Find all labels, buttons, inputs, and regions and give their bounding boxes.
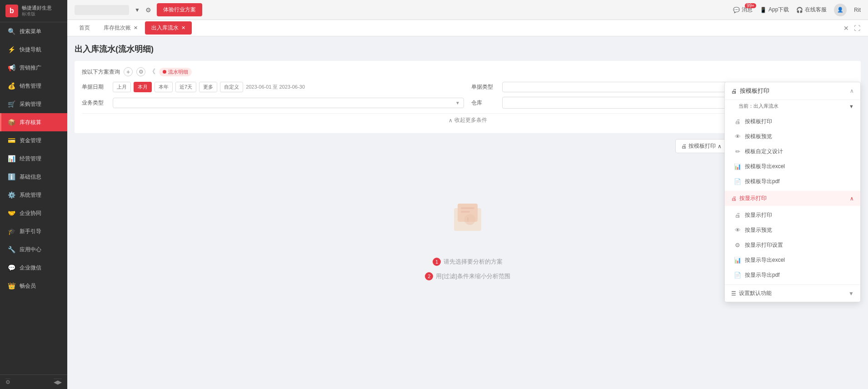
sidebar-item-search[interactable]: 🔍 搜索菜单 xyxy=(0,22,67,40)
default-icon: ☰ xyxy=(731,290,736,297)
svg-text:!: ! xyxy=(467,217,469,223)
topbar: ▼ ⚙ 体验行业方案 💬 消息 99+ 📱 App下载 🎧 在线客服 👤 Rit xyxy=(67,0,868,20)
preview-icon: 👁 xyxy=(734,133,741,140)
display-preview-item[interactable]: 👁 按显示预览 xyxy=(725,223,860,238)
biz-type-select[interactable]: ▼ xyxy=(113,98,464,108)
tab-home[interactable]: 首页 xyxy=(73,21,96,35)
close-tab-inventory[interactable]: ✕ xyxy=(134,25,138,31)
display-print-item[interactable]: 🖨 按显示打印 xyxy=(725,208,860,223)
tab-inventory-batch[interactable]: 库存批次账 ✕ xyxy=(97,21,144,35)
quick-nav-icon: ⚡ xyxy=(7,45,16,54)
display-print-icon: 🖨 xyxy=(734,212,741,219)
query-add-btn[interactable]: + xyxy=(124,67,133,76)
template-section: 🖨 按模板打印 👁 按模板预览 ✏ 模板自定义设计 📊 按模板导出excel 📄 xyxy=(725,112,860,191)
query-header: 按以下方案查询 + ⚙ 《 流水明细 xyxy=(82,67,853,76)
sidebar-item-apps[interactable]: 🔧 应用中心 xyxy=(0,240,67,259)
msg-icon: 💬 xyxy=(733,7,740,13)
template-design-item[interactable]: ✏ 模板自定义设计 xyxy=(725,144,860,159)
date-btn-this-year[interactable]: 本年 xyxy=(155,82,173,92)
sidebar-collapse-btn[interactable]: ◀▶ xyxy=(54,379,62,385)
sidebar: b 畅捷通好生意 标准版 🔍 搜索菜单 ⚡ 快捷导航 📢 营销推广 💰 销售管理… xyxy=(0,0,67,389)
msg-btn[interactable]: 💬 消息 99+ xyxy=(733,6,753,14)
topbar-right: 💬 消息 99+ 📱 App下载 🎧 在线客服 👤 Rit xyxy=(733,4,861,16)
query-collapse-btn[interactable]: 《 xyxy=(149,68,155,76)
current-arrow-icon: ▼ xyxy=(849,104,854,109)
search-input[interactable] xyxy=(75,5,129,15)
sidebar-item-inventory[interactable]: 📦 库存核算 xyxy=(0,113,67,131)
topbar-dropdown-btn[interactable]: ▼ xyxy=(135,7,140,13)
default-label: 设置默认功能 xyxy=(739,289,772,297)
sidebar-item-label: 基础信息 xyxy=(20,173,41,181)
display-settings-label: 按显示打印设置 xyxy=(745,241,783,249)
empty-step1-label: 请先选择要分析的方案 xyxy=(444,258,503,266)
display-settings-item[interactable]: ⚙ 按显示打印设置 xyxy=(725,238,860,253)
template-export-pdf-item[interactable]: 📄 按模板导出pdf xyxy=(725,174,860,189)
svg-rect-3 xyxy=(461,211,470,213)
close-tab-flow[interactable]: ✕ xyxy=(181,25,185,31)
filter-tag-label: 流水明细 xyxy=(168,69,188,75)
chevron-up-icon: ∧ xyxy=(718,143,722,150)
sidebar-item-finance[interactable]: 💳 资金管理 xyxy=(0,131,67,150)
topbar-gear-btn[interactable]: ⚙ xyxy=(145,6,151,14)
default-section[interactable]: ☰ 设置默认功能 ▼ xyxy=(725,284,860,302)
query-settings-btn[interactable]: ⚙ xyxy=(136,67,145,76)
inventory-icon: 📦 xyxy=(7,118,16,127)
template-print-btn[interactable]: 🖨 按模板打印 ∧ xyxy=(675,139,728,153)
template-export-excel-item[interactable]: 📊 按模板导出excel xyxy=(725,159,860,174)
avatar[interactable]: 👤 xyxy=(834,4,847,16)
industry-btn[interactable]: 体验行业方案 xyxy=(157,3,202,16)
online-service-btn[interactable]: 🎧 在线客服 xyxy=(796,6,827,14)
biz-type-field: 业务类型 ▼ xyxy=(82,98,464,108)
maximize-window-btn[interactable]: ⛶ xyxy=(852,23,863,34)
close-window-btn[interactable]: ✕ xyxy=(841,23,852,34)
sidebar-item-basic[interactable]: ℹ️ 基础信息 xyxy=(0,168,67,186)
app-download-btn[interactable]: 📱 App下载 xyxy=(760,6,789,14)
sidebar-item-wechat[interactable]: 💬 企业微信 xyxy=(0,259,67,277)
sidebar-item-label: 采购管理 xyxy=(20,100,41,108)
date-field: 单据日期 上月 本月 本年 近7天 更多 自定义 2023-06-01 至 20… xyxy=(82,82,464,92)
printer-icon-2: 🖨 xyxy=(731,88,737,95)
display-section-header[interactable]: 🖨 按显示打印 ∧ xyxy=(725,191,860,206)
sidebar-item-label: 企业微信 xyxy=(20,264,41,272)
sidebar-item-operations[interactable]: 📊 经营管理 xyxy=(0,150,67,168)
display-printer-icon: 🖨 xyxy=(731,195,737,202)
printer-icon: 🖨 xyxy=(681,143,687,150)
display-pdf-label: 按显示导出pdf xyxy=(745,271,780,279)
sidebar-item-guide[interactable]: 🎓 新手引导 xyxy=(0,222,67,240)
sidebar-item-marketing[interactable]: 📢 营销推广 xyxy=(0,59,67,77)
wechat-icon: 💬 xyxy=(7,263,16,272)
sidebar-item-purchase[interactable]: 🛒 采购管理 xyxy=(0,95,67,113)
display-excel-item[interactable]: 📊 按显示导出excel xyxy=(725,253,860,268)
template-preview-item[interactable]: 👁 按模板预览 xyxy=(725,129,860,144)
basic-info-icon: ℹ️ xyxy=(7,172,16,181)
dropdown-title-label: 按模板打印 xyxy=(740,87,769,95)
sidebar-item-member[interactable]: 👑 畅会员 xyxy=(0,277,67,295)
display-print-label: 按显示打印 xyxy=(745,211,772,219)
empty-step2-label: 用[过滤]条件来缩小分析范围 xyxy=(436,272,510,280)
svg-rect-2 xyxy=(461,207,474,209)
tab-stock-flow[interactable]: 出入库流水 ✕ xyxy=(145,21,192,35)
display-pdf-item[interactable]: 📄 按显示导出pdf xyxy=(725,268,860,283)
date-btn-more[interactable]: 更多 xyxy=(199,82,217,92)
sidebar-settings-btn[interactable]: ⚙ xyxy=(5,379,10,385)
filter-tag[interactable]: 流水明细 xyxy=(159,68,192,76)
username-label[interactable]: Rit xyxy=(854,7,861,13)
template-print-item[interactable]: 🖨 按模板打印 xyxy=(725,114,860,129)
page-body: 出入库流水(流水明细) 按以下方案查询 + ⚙ 《 流水明细 单据日期 上月 本… xyxy=(67,36,868,389)
date-btn-7days[interactable]: 近7天 xyxy=(175,82,196,92)
sidebar-item-label: 新手引导 xyxy=(20,228,41,235)
sidebar-item-quick[interactable]: ⚡ 快捷导航 xyxy=(0,40,67,59)
dropdown-panel-header[interactable]: 🖨 按模板打印 ∧ xyxy=(725,82,860,100)
app-label: App下载 xyxy=(768,6,789,14)
sidebar-item-sales[interactable]: 💰 销售管理 xyxy=(0,77,67,95)
dropdown-title: 🖨 按模板打印 xyxy=(731,87,769,95)
member-icon: 👑 xyxy=(7,281,16,290)
sidebar-item-collab[interactable]: 🤝 企业协同 xyxy=(0,204,67,222)
sidebar-item-system[interactable]: ⚙️ 系统管理 xyxy=(0,186,67,204)
excel-icon: 📊 xyxy=(734,163,741,170)
sidebar-item-label: 搜索菜单 xyxy=(20,28,41,35)
date-btn-custom[interactable]: 自定义 xyxy=(220,82,243,92)
app-edition: 标准版 xyxy=(22,11,52,17)
date-btn-this-month[interactable]: 本月 xyxy=(134,82,152,92)
date-btn-last-month[interactable]: 上月 xyxy=(113,82,131,92)
